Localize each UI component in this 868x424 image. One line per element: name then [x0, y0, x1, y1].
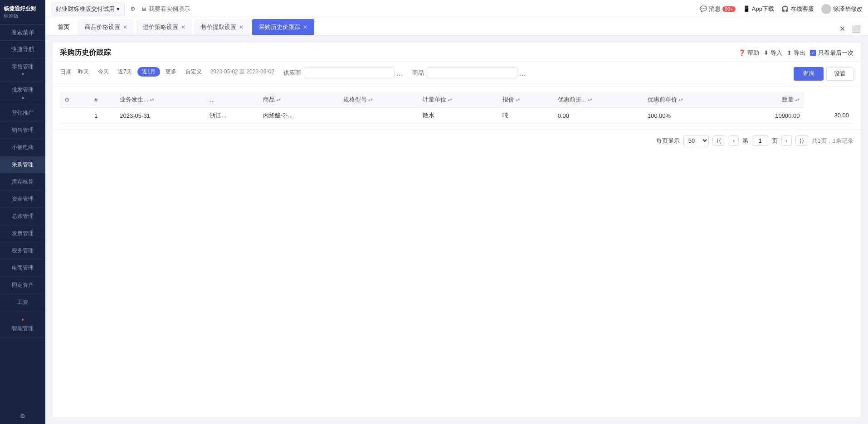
topbar-settings-button[interactable]: ⚙	[128, 4, 137, 14]
tab-strategy[interactable]: 进价策略设置 ✕	[136, 19, 192, 35]
date-range-text: 2023-05-02 至 2023-06-02	[210, 68, 274, 76]
page-size-select[interactable]: 50 20 100	[683, 135, 709, 146]
date-option-more[interactable]: 更多	[162, 67, 180, 77]
page-next-button[interactable]: ›	[781, 135, 791, 146]
tab-expand-icon[interactable]: ⬜	[850, 23, 863, 35]
gear-icon: ⚙	[64, 96, 70, 103]
page-size-label: 每页显示	[656, 137, 680, 145]
demo-button[interactable]: 🖥 我要看实例演示	[141, 5, 190, 13]
sort-icon: ▴▾	[678, 98, 683, 101]
column-num[interactable]: #	[90, 92, 115, 108]
sidebar-item-sales[interactable]: 销售管理	[0, 122, 45, 139]
sidebar-item-smart[interactable]: • 智能管理	[0, 311, 45, 337]
sort-icon: ▴▾	[448, 98, 452, 101]
page-first-button[interactable]: ⟨⟨	[712, 135, 725, 146]
sidebar-item-invoice[interactable]: 发票管理	[0, 225, 45, 242]
page-title: 采购历史价跟踪	[60, 48, 111, 58]
tab-price-close[interactable]: ✕	[123, 24, 127, 30]
column-gear[interactable]: ⚙	[60, 92, 90, 108]
only-last-checkbox[interactable]: ✓ 只看最后一次	[810, 49, 853, 57]
main-area: 好业财标准版交付试用 ▾ ⚙ 🖥 我要看实例演示 💬 消息 99+ 📱 App下…	[45, 0, 868, 424]
tab-minimize-icon[interactable]: ✕	[838, 23, 847, 35]
date-option-today[interactable]: 今天	[94, 67, 112, 77]
sidebar-item-ecommerce-sm[interactable]: 小畅电商	[0, 139, 45, 156]
tab-price[interactable]: 商品价格设置 ✕	[78, 19, 134, 35]
cell-goods: 丙烯酸-2-...	[258, 108, 339, 124]
sidebar-settings[interactable]: ⚙	[0, 408, 45, 424]
sidebar-item-quicknav[interactable]: 快捷导航	[0, 41, 45, 58]
app-download-button[interactable]: 📱 App下载	[743, 5, 774, 13]
date-filter-label: 日期	[60, 68, 72, 76]
date-option-7days[interactable]: 近7天	[114, 67, 136, 77]
topbar: 好业财标准版交付试用 ▾ ⚙ 🖥 我要看实例演示 💬 消息 99+ 📱 App下…	[45, 0, 868, 18]
date-option-yesterday[interactable]: 昨天	[74, 67, 93, 77]
goods-ellipsis-button[interactable]: ...	[519, 69, 526, 77]
query-button[interactable]: 查询	[794, 67, 824, 81]
sidebar-search[interactable]: 搜索菜单	[0, 25, 45, 41]
tab-home[interactable]: 首页	[51, 19, 76, 35]
user-menu[interactable]: 徐泽华修改	[821, 4, 863, 14]
column-quantity[interactable]: 数量▴▾	[735, 92, 804, 108]
cell-gear	[60, 108, 90, 124]
chevron-down-icon: ▾	[117, 5, 120, 12]
cell-supplier: 浙江...	[205, 108, 258, 124]
page-label: 第	[742, 137, 748, 145]
supplier-ellipsis-button[interactable]: ...	[396, 69, 403, 77]
online-service-button[interactable]: 🎧 在线客服	[781, 5, 814, 13]
tab-sale-close[interactable]: ✕	[239, 24, 244, 30]
filter-settings-button[interactable]: 设置	[826, 67, 853, 81]
sidebar-item-assets[interactable]: 固定资产	[0, 277, 45, 294]
tab-right-controls: ✕ ⬜	[838, 23, 863, 35]
column-unit[interactable]: 计量单位▴▾	[418, 92, 498, 108]
column-quote[interactable]: 报价▴▾	[498, 92, 553, 108]
import-button[interactable]: ⬇ 导入	[764, 49, 782, 57]
supplier-input[interactable]	[304, 67, 395, 78]
column-goods[interactable]: 商品▴▾	[258, 92, 339, 108]
sidebar-item-finance[interactable]: 资金管理	[0, 191, 45, 208]
column-bizdate[interactable]: 业务发生...▴▾	[115, 92, 205, 108]
gear-icon: ⚙	[130, 5, 136, 12]
page-last-button[interactable]: ⟩⟩	[795, 135, 808, 146]
sort-icon: ▴▾	[516, 98, 520, 101]
date-option-1month[interactable]: 近1月	[137, 67, 161, 77]
version-label: 好业财标准版交付试用	[56, 5, 115, 13]
app-logo-sub: 标准版	[4, 13, 36, 19]
checkbox-checked-icon: ✓	[810, 50, 816, 56]
sidebar-item-purchase[interactable]: 采购管理	[0, 156, 45, 173]
sidebar-item-wholesale[interactable]: 批发管理 ▴	[0, 82, 45, 105]
data-table: ⚙ # 业务发生...▴▾ ... 商品▴▾	[60, 92, 853, 124]
page-header: 采购历史价跟踪 ❓ 帮助 ⬇ 导入 ⬆ 导出 ✓	[53, 43, 861, 62]
sidebar-item-ledger[interactable]: 总账管理	[0, 208, 45, 225]
monitor-icon: 🖥	[141, 5, 147, 12]
tab-history[interactable]: 采购历史价跟踪 ✕	[252, 19, 314, 35]
sidebar-item-salary[interactable]: 工资	[0, 294, 45, 311]
column-spec[interactable]: 规格型号▴▾	[339, 92, 419, 108]
version-selector[interactable]: 好业财标准版交付试用 ▾	[51, 3, 125, 15]
message-button[interactable]: 💬 消息 99+	[700, 5, 736, 13]
tab-sale[interactable]: 售价提取设置 ✕	[194, 19, 250, 35]
page-number-input[interactable]	[752, 135, 768, 146]
phone-icon: 📱	[743, 5, 750, 12]
date-options: 昨天 今天 近7天 近1月 更多 自定义	[74, 67, 205, 77]
supplier-filter-label: 供应商	[283, 69, 301, 77]
sidebar-item-marketing[interactable]: 营销推广	[0, 105, 45, 122]
goods-input[interactable]	[427, 67, 517, 78]
column-price-before[interactable]: 优惠前单价▴▾	[643, 92, 735, 108]
page-prev-button[interactable]: ‹	[729, 135, 739, 146]
column-discount[interactable]: 优惠前折...▴▾	[553, 92, 643, 108]
cell-spec	[339, 108, 419, 124]
export-button[interactable]: ⬆ 导出	[787, 49, 805, 57]
tab-history-close[interactable]: ✕	[303, 24, 307, 30]
date-option-custom[interactable]: 自定义	[182, 67, 205, 77]
sort-icon: ▴▾	[276, 98, 281, 101]
goods-filter-group: 商品 ...	[412, 67, 526, 78]
sidebar-item-tax[interactable]: 税务管理	[0, 242, 45, 260]
sidebar-item-ecommerce[interactable]: 电商管理	[0, 260, 45, 277]
supplier-input-wrap: ...	[304, 67, 403, 78]
sidebar-item-retail[interactable]: 零售管理 ▾	[0, 58, 45, 82]
column-more[interactable]: ...	[205, 92, 258, 108]
sidebar-item-inventory[interactable]: 库存核算	[0, 173, 45, 191]
sort-icon: ▴▾	[795, 98, 800, 101]
tab-strategy-close[interactable]: ✕	[181, 24, 185, 30]
help-button[interactable]: ❓ 帮助	[738, 49, 759, 57]
